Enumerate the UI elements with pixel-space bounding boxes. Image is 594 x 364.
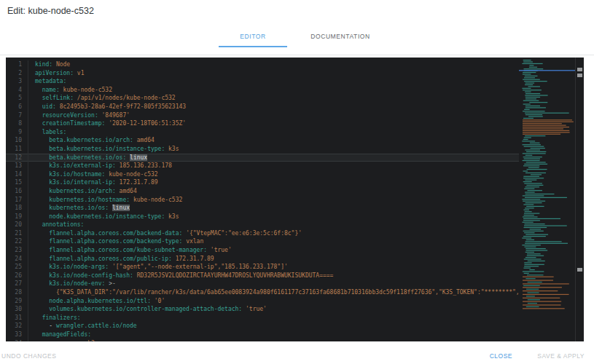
code-line[interactable]: 12 beta.kubernetes.io/os: linux (6, 154, 584, 162)
code-line-text: k3s.io/node-config-hash: RD32R5JSV2LQDOZ… (28, 272, 333, 280)
code-line-text: name: kube-node-c532 (28, 86, 112, 95)
code-line-text: flannel.alpha.coreos.com/kube-subnet-man… (28, 246, 232, 255)
code-line-text: k3s.io/external-ip: 185.136.233.178 (28, 162, 172, 170)
scrollbar-marker[interactable] (577, 68, 582, 71)
line-number: 29 (6, 297, 28, 306)
line-number: 5 (6, 94, 28, 103)
code-line[interactable]: 23 flannel.alpha.coreos.com/kube-subnet-… (6, 246, 584, 255)
code-line[interactable]: 21 flannel.alpha.coreos.com/backend-data… (6, 229, 584, 238)
tab-editor[interactable]: EDITOR (219, 33, 287, 47)
code-line[interactable]: 11 beta.kubernetes.io/instance-type: k3s (6, 145, 584, 154)
code-line[interactable]: 15 k3s.io/internal-ip: 172.31.7.89 (6, 178, 584, 187)
editor-scrollbar[interactable] (575, 58, 584, 341)
line-number: 16 (6, 187, 28, 196)
line-number: 31 (6, 314, 28, 323)
line-number: 9 (6, 128, 28, 137)
code-line-text: k3s.io/node-env: >- (28, 280, 116, 288)
code-line[interactable]: 7 resourceVersion: '849687' (6, 111, 584, 120)
code-line[interactable]: 25 k3s.io/node-args: '["agent","--node-e… (6, 263, 584, 272)
line-number: 22 (6, 237, 28, 246)
code-line[interactable]: 32 - wrangler.cattle.io/node (6, 322, 584, 331)
code-line[interactable]: 24 flannel.alpha.coreos.com/public-ip: 1… (6, 255, 584, 264)
line-number: 21 (6, 229, 28, 238)
code-line[interactable]: 10 beta.kubernetes.io/arch: amd64 (6, 136, 584, 145)
line-number: 25 (6, 263, 28, 272)
line-number: 14 (6, 170, 28, 179)
line-number: 20 (6, 221, 28, 229)
line-number: 4 (6, 86, 28, 95)
code-line-text: creationTimestamp: '2020-12-18T06:51:35Z… (28, 119, 186, 128)
code-line[interactable]: 2apiVersion: v1 (6, 69, 584, 78)
code-line[interactable]: 22 flannel.alpha.coreos.com/backend-type… (6, 237, 584, 246)
line-number: 28 (6, 288, 28, 297)
line-number: 3 (6, 77, 28, 86)
line-number: 23 (6, 246, 28, 255)
line-number: 26 (6, 272, 28, 280)
tab-documentation[interactable]: DOCUMENTATION (306, 33, 375, 47)
scrollbar-marker[interactable] (577, 268, 582, 272)
code-line[interactable]: 9 labels: (6, 128, 584, 137)
close-button[interactable]: CLOSE (490, 352, 512, 360)
code-line[interactable]: 18 kubernetes.io/os: linux (6, 204, 584, 213)
code-line-text: node.kubernetes.io/instance-type: k3s (28, 213, 179, 221)
code-line-text: k3s.io/node-args: '["agent","--node-exte… (28, 263, 288, 272)
code-line-text: - manager: k3s (28, 339, 98, 341)
edit-resource-page: Edit: kube-node-c532 EDITOR DOCUMENTATIO… (0, 0, 594, 364)
action-bar: UNDO CHANGES CLOSE SAVE & APPLY (0, 348, 594, 364)
code-line-text: flannel.alpha.coreos.com/public-ip: 172.… (28, 255, 214, 264)
code-line[interactable]: 3metadata: (6, 77, 584, 86)
code-line[interactable]: 33 managedFields: (6, 331, 584, 339)
save-apply-button[interactable]: SAVE & APPLY (537, 352, 585, 360)
code-line-text: resourceVersion: '849687' (28, 111, 130, 120)
line-number: 15 (6, 178, 28, 187)
line-number: 11 (6, 145, 28, 154)
line-number: 18 (6, 204, 28, 213)
code-line[interactable]: 27 k3s.io/node-env: >- (6, 280, 584, 288)
code-line-text: metadata: (28, 77, 66, 86)
code-line-text: kubernetes.io/arch: amd64 (28, 187, 137, 196)
code-line[interactable]: 5 selfLink: /api/v1/nodes/kube-node-c532 (6, 94, 584, 103)
line-number: 32 (6, 322, 28, 331)
code-line[interactable]: 30 volumes.kubernetes.io/controller-mana… (6, 305, 584, 314)
code-line[interactable]: 8 creationTimestamp: '2020-12-18T06:51:3… (6, 119, 584, 128)
code-line[interactable]: 14 k3s.io/hostname: kube-node-c532 (6, 170, 584, 179)
editor-minimap[interactable] (519, 58, 576, 341)
code-line-text: {"K3S_DATA_DIR":"/var/lib/rancher/k3s/da… (28, 288, 541, 297)
code-line-text: k3s.io/internal-ip: 172.31.7.89 (28, 178, 158, 187)
code-line-text: beta.kubernetes.io/os: linux (28, 154, 147, 162)
code-line[interactable]: 29 node.alpha.kubernetes.io/ttl: '0' (6, 297, 584, 306)
code-line[interactable]: 28 {"K3S_DATA_DIR":"/var/lib/rancher/k3s… (6, 288, 584, 297)
tab-bar-divider (0, 55, 594, 55)
undo-changes-button[interactable]: UNDO CHANGES (1, 352, 56, 360)
line-number: 27 (6, 280, 28, 288)
code-line[interactable]: 26 k3s.io/node-config-hash: RD32R5JSV2LQ… (6, 272, 584, 280)
code-line[interactable]: 34 - manager: k3s (6, 339, 584, 341)
code-line-text: k3s.io/hostname: kube-node-c532 (28, 170, 158, 179)
code-line[interactable]: 19 node.kubernetes.io/instance-type: k3s (6, 213, 584, 221)
code-line[interactable]: 13 k3s.io/external-ip: 185.136.233.178 (6, 162, 584, 170)
line-number: 7 (6, 111, 28, 120)
tab-bar: EDITOR DOCUMENTATION (219, 33, 375, 47)
line-number: 6 (6, 103, 28, 111)
code-line[interactable]: 17 kubernetes.io/hostname: kube-node-c53… (6, 196, 584, 205)
editor-code-area[interactable]: 1kind: Node2apiVersion: v13metadata:4 na… (6, 58, 584, 341)
code-line[interactable]: 4 name: kube-node-c532 (6, 86, 584, 95)
code-line-text: apiVersion: v1 (28, 69, 84, 78)
code-line[interactable]: 20 annotations: (6, 221, 584, 229)
code-line-text: selfLink: /api/v1/nodes/kube-node-c532 (28, 94, 176, 103)
code-line-text: finalizers: (28, 314, 81, 323)
code-line[interactable]: 1kind: Node (6, 60, 584, 69)
line-number: 33 (6, 331, 28, 339)
code-line-text: kubernetes.io/hostname: kube-node-c532 (28, 196, 182, 205)
code-line[interactable]: 6 uid: 8c2495b3-28a6-42ef-9f72-805f35623… (6, 103, 584, 111)
line-number: 19 (6, 213, 28, 221)
code-line[interactable]: 31 finalizers: (6, 314, 584, 323)
line-number: 13 (6, 162, 28, 170)
line-number: 8 (6, 119, 28, 128)
minimap-canvas (519, 58, 576, 341)
code-line[interactable]: 16 kubernetes.io/arch: amd64 (6, 187, 584, 196)
scrollbar-marker[interactable] (577, 74, 582, 77)
code-line-text: uid: 8c2495b3-28a6-42ef-9f72-805f3562314… (28, 103, 186, 111)
yaml-editor[interactable]: 1kind: Node2apiVersion: v13metadata:4 na… (6, 58, 584, 341)
code-line-text: flannel.alpha.coreos.com/backend-data: '… (28, 229, 302, 238)
